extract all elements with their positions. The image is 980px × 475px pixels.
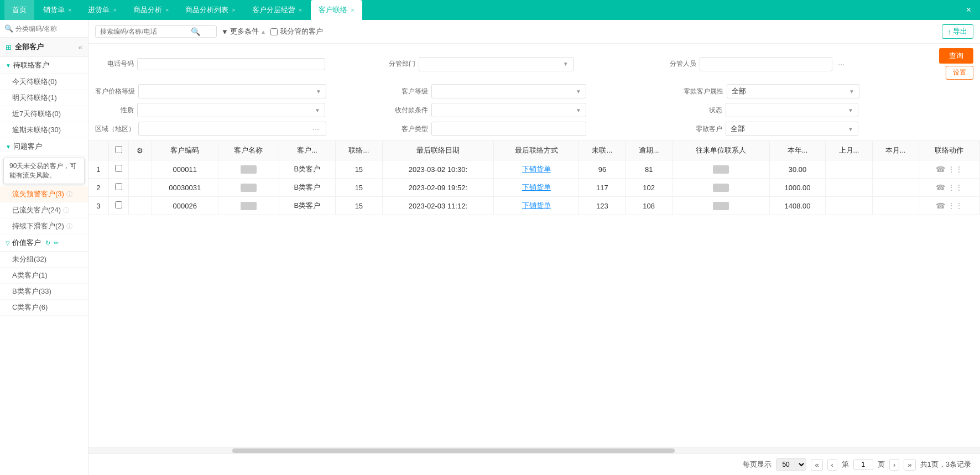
action-more-icon[interactable]: ⋮⋮ (947, 201, 963, 210)
horizontal-scrollbar[interactable] (88, 447, 980, 453)
row-num: 3 (88, 197, 108, 215)
value-customers-refresh-icon[interactable]: ↻ (45, 239, 50, 247)
per-page-select[interactable]: 50 20 100 (776, 458, 806, 471)
row-last-month (826, 179, 872, 197)
price-level-select[interactable]: ▼ (138, 84, 326, 98)
sidebar-item-class-b[interactable]: B类客户(33) (0, 284, 88, 300)
close-purchase-tab[interactable]: × (113, 7, 116, 13)
action-icons-group: ☎ ⋮⋮ (922, 183, 976, 192)
export-button[interactable]: ↑ 导出 (942, 24, 974, 39)
row-no-contact: 117 (579, 179, 625, 197)
payment-select[interactable]: ▼ (431, 103, 586, 117)
row-checkbox[interactable] (115, 183, 122, 190)
sidebar-item-churn-warning[interactable]: 流失预警客户(3) ⓘ (0, 186, 88, 202)
col-last-month[interactable]: 上月... (826, 141, 872, 160)
tab-customer-contact[interactable]: 客户联络 × (311, 0, 362, 20)
action-call-icon[interactable]: ☎ (936, 201, 945, 210)
scrollbar-thumb[interactable] (232, 448, 675, 453)
person-select[interactable] (700, 57, 832, 71)
sidebar-item-declining[interactable]: 持续下滑客户(2) ⓘ (0, 218, 88, 234)
tab-analysis-list[interactable]: 商品分析列表 × (178, 0, 243, 20)
close-analysis-list-tab[interactable]: × (232, 7, 235, 13)
sidebar-item-ungrouped[interactable]: 未分组(32) (0, 252, 88, 268)
zero-attr-select[interactable]: 全部 ▼ (727, 84, 859, 98)
col-code-label: 客户编码 (170, 146, 199, 154)
col-this-month[interactable]: 本月... (872, 141, 919, 160)
sidebar-item-class-a[interactable]: A类客户(1) (0, 268, 88, 284)
last-page-button[interactable]: » (904, 459, 915, 471)
dept-select[interactable]: ▼ (419, 57, 574, 71)
more-conditions-label: 更多条件 (230, 27, 259, 36)
sidebar-item-class-c[interactable]: C类客户(6) (0, 300, 88, 316)
row-type: B类客户 (279, 160, 336, 179)
page-input[interactable] (853, 459, 873, 470)
tab-home[interactable]: 首页 (4, 0, 34, 20)
sidebar-item-tomorrow-pending[interactable]: 明天待联络(1) (0, 90, 88, 106)
tab-analysis[interactable]: 商品分析 × (126, 0, 176, 20)
row-checkbox[interactable] (115, 165, 122, 172)
close-customer-contact-tab[interactable]: × (351, 7, 354, 13)
tab-customer-tier[interactable]: 客户分层经营 × (244, 0, 310, 20)
col-code[interactable]: 客户编码 (152, 141, 218, 160)
next-page-button[interactable]: › (889, 459, 899, 471)
tab-sales[interactable]: 销货单 × (35, 0, 79, 20)
top-navigation: 首页 销货单 × 进货单 × 商品分析 × 商品分析列表 × 客户分层经营 × … (0, 0, 980, 20)
select-all-checkbox[interactable] (115, 146, 122, 153)
zero-customer-select[interactable]: 全部 ▼ (726, 122, 858, 136)
value-customers-edit-icon[interactable]: ✏ (54, 239, 59, 247)
window-close-button[interactable]: × (962, 3, 976, 17)
first-page-button[interactable]: « (811, 459, 822, 471)
last-method-link[interactable]: 下销货单 (522, 183, 551, 191)
filter-phone: 电话号码 (95, 58, 372, 70)
gender-select[interactable]: ▼ (137, 103, 325, 117)
row-actions: ☎ ⋮⋮ (919, 160, 979, 179)
close-customer-tier-tab[interactable]: × (299, 7, 302, 13)
region-more-btn[interactable]: ··· (310, 124, 321, 133)
last-method-link[interactable]: 下销货单 (522, 165, 551, 173)
settings-button[interactable]: 设置 (946, 66, 973, 80)
col-this-year[interactable]: 本年... (769, 141, 826, 160)
customer-type-select[interactable] (431, 122, 586, 136)
action-more-icon[interactable]: ⋮⋮ (947, 165, 963, 174)
sidebar-collapse-button[interactable]: « (79, 43, 82, 51)
filter-row-1: 电话号码 分管部门 ▼ 分管人员 ··· (95, 48, 973, 80)
sidebar-item-today-pending[interactable]: 今天待联络(0) (0, 74, 88, 90)
person-more-btn[interactable]: ··· (836, 60, 847, 69)
sidebar-group-problem-customers[interactable]: ▼ 问题客户 (0, 138, 88, 155)
action-call-icon[interactable]: ☎ (936, 183, 945, 192)
tab-purchase[interactable]: 进货单 × (80, 0, 124, 20)
col-settings[interactable]: ⚙ (128, 141, 152, 160)
my-customers-checkbox[interactable] (270, 28, 278, 35)
sidebar-item-churned[interactable]: 已流失客户(24) ⓘ (0, 202, 88, 218)
sidebar-group-pending-contact[interactable]: ▼ 待联络客户 (0, 57, 88, 74)
col-overdue[interactable]: 逾期... (625, 141, 672, 160)
more-conditions-button[interactable]: ▼ 更多条件 ▲ (221, 27, 266, 36)
search-input-wrap: 🔍 (95, 25, 217, 38)
col-type[interactable]: 客户... (279, 141, 336, 160)
last-method-link[interactable]: 下销货单 (522, 201, 551, 210)
col-last-date[interactable]: 最后联络日期 (382, 141, 494, 160)
action-more-icon[interactable]: ⋮⋮ (947, 183, 963, 192)
sidebar-item-week-pending[interactable]: 近7天待联络(0) (0, 106, 88, 122)
col-contact[interactable]: 联络... (336, 141, 382, 160)
col-last-method[interactable]: 最后联络方式 (494, 141, 579, 160)
customer-level-select[interactable]: ▼ (431, 84, 586, 98)
zero-attr-label: 零款客户属性 (684, 87, 723, 96)
region-select[interactable]: ··· (138, 122, 326, 136)
close-sales-tab[interactable]: × (68, 7, 71, 13)
row-checkbox[interactable] (115, 201, 122, 208)
sidebar-item-overdue-pending[interactable]: 逾期未联络(30) (0, 122, 88, 138)
col-no-contact[interactable]: 未联... (579, 141, 625, 160)
status-select[interactable]: ▼ (726, 103, 858, 117)
sidebar-group-value-customers[interactable]: ▽ 价值客户 ↻ ✏ (0, 234, 88, 252)
search-input[interactable] (100, 28, 189, 35)
col-name[interactable]: 客户名称 (218, 141, 279, 160)
all-customers-header[interactable]: ⊞ 全部客户 « (0, 38, 88, 57)
close-analysis-tab[interactable]: × (165, 7, 169, 13)
action-call-icon[interactable]: ☎ (936, 165, 945, 174)
prev-page-button[interactable]: ‹ (827, 459, 837, 471)
query-button[interactable]: 查询 (939, 48, 973, 64)
search-button[interactable]: 🔍 (191, 27, 200, 36)
sidebar-search-input[interactable] (15, 25, 88, 33)
phone-input[interactable] (137, 58, 325, 70)
